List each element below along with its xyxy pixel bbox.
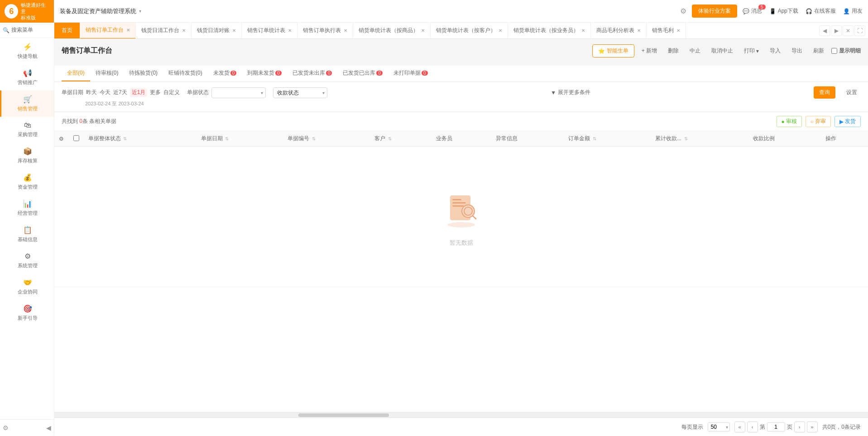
th-settings[interactable]: ⚙ [54,131,69,147]
tab-close-sales-workbench[interactable]: ✕ [126,28,130,33]
subtab-shipped-not-out[interactable]: 已发货未出库0 [287,66,338,81]
th-number[interactable]: 单据编号 ⇅ [283,131,370,147]
subtab-not-shipped[interactable]: 未发货0 [208,66,242,81]
first-page-btn[interactable]: « [734,422,745,432]
scroll-thumb[interactable] [298,413,389,417]
query-btn[interactable]: 查询 [814,86,835,99]
th-customer[interactable]: 客户 ⇅ [370,131,431,147]
sidebar-item-finance[interactable]: 💰 资金管理 [0,169,54,195]
smart-create-btn[interactable]: ⭐ 智能生单 [592,44,634,57]
tab-close-sales-stat-client[interactable]: ✕ [499,28,502,33]
sidebar-item-inventory[interactable]: 📦 库存核算 [0,142,54,169]
export-btn[interactable]: 导出 [788,45,806,57]
tab-sales-stat-client[interactable]: 销货单统计表（按客户） ✕ [431,23,508,39]
print-btn[interactable]: 打印 ▾ [740,45,762,57]
revoke-action-btn[interactable]: ○ 弃审 [806,116,831,127]
tab-close-all[interactable]: ✕ [843,25,854,36]
subtab-shipped-out[interactable]: 已发货已出库0 [337,66,388,81]
page-input[interactable] [767,422,785,431]
tab-fullscreen[interactable]: ⛶ [854,25,865,36]
last-page-btn[interactable]: » [807,422,818,432]
th-checkbox[interactable] [69,131,84,147]
tab-sales-stat-goods[interactable]: 销货单统计表（按商品） ✕ [353,23,431,39]
tab-scroll-left[interactable]: ◀ [819,25,830,36]
tab-sales-workbench[interactable]: 销售订单工作台 ✕ [80,23,136,39]
filter-row-1: 单据日期 昨天 今天 近7天 近1月 更多 自定义 单据状态 [62,86,861,99]
next-page-btn[interactable]: › [794,422,805,432]
tab-close-sales-profit[interactable]: ✕ [676,28,680,33]
import-btn[interactable]: 导入 [766,45,784,57]
date-opt-yesterday[interactable]: 昨天 [86,89,97,96]
status-select[interactable] [211,87,266,98]
tab-close-cash-clear[interactable]: ✕ [182,28,186,33]
delete-btn[interactable]: 删除 [664,45,682,57]
sidebar-item-operations[interactable]: 📊 经营管理 [0,195,54,221]
sidebar-item-coop[interactable]: 🤝 企业协同 [0,274,54,300]
tab-goods-profit[interactable]: 商品毛利分析表 ✕ [591,23,647,39]
tab-sales-profit[interactable]: 销售毛利 ✕ [647,23,686,39]
review-action-btn[interactable]: ● 审核 [777,116,802,127]
tab-close-goods-profit[interactable]: ✕ [637,28,641,33]
sidebar-item-marketing[interactable]: 📢 营销推广 [0,64,54,90]
tab-cash-clear[interactable]: 钱货日清工作台 ✕ [136,23,192,39]
user-menu-btn[interactable]: 👤 用友 [843,7,863,15]
tab-cash-goods[interactable]: 钱货日清对账 ✕ [192,23,242,39]
th-amount[interactable]: 订单金额 ⇅ [564,131,651,147]
refresh-btn[interactable]: 刷新 [810,45,828,57]
payment-select[interactable]: 收款状态 [273,87,327,98]
th-status[interactable]: 单据整体状态 ⇅ [84,131,197,147]
tab-close-sales-stat-staff[interactable]: ✕ [581,28,585,33]
sidebar-item-purchase[interactable]: 🛍 采购管理 [0,117,54,142]
tab-sales-exec[interactable]: 销售订单执行表 ✕ [297,23,353,39]
sidebar-item-quick-nav[interactable]: ⚡ 快捷导航 [0,38,54,64]
cancel-stop-btn[interactable]: 取消中止 [708,45,737,57]
app-download-btn[interactable]: 📱 App下载 [769,7,798,15]
filter-settings-btn[interactable]: 设置 [843,86,861,99]
tab-home[interactable]: 首页 [54,23,80,39]
date-opt-more[interactable]: 更多 [150,89,161,96]
subtab-pending-inspect[interactable]: 待拣验货(0) [124,66,163,81]
filter-bar: 单据日期 昨天 今天 近7天 近1月 更多 自定义 单据状态 [54,82,868,112]
date-opt-7days[interactable]: 近7天 [113,89,127,96]
tab-sales-stat1[interactable]: 销售订单统计表 ✕ [242,23,297,39]
sidebar-search[interactable]: 🔍 搜索菜单 [0,23,54,38]
logo-icon: 6 [5,4,18,19]
collapse-btn[interactable]: ◀ [46,424,51,431]
tab-close-sales-stat-goods[interactable]: ✕ [421,28,425,33]
message-btn[interactable]: 💬 消息 5 [743,7,762,15]
show-detail-checkbox[interactable]: 显示明细 [831,47,861,55]
ship-action-btn[interactable]: ▶ 发货 [834,116,861,127]
tab-scroll-right[interactable]: ▶ [831,25,842,36]
date-opt-1month[interactable]: 近1月 [130,88,148,97]
subtab-all[interactable]: 全部(0) [62,66,90,81]
date-opt-custom[interactable]: 自定义 [163,89,180,96]
subtab-expired-not-shipped[interactable]: 到期未发货0 [242,66,287,81]
page-size-select[interactable]: 50 10 20 100 [708,422,730,431]
new-btn[interactable]: + 新增 [638,45,661,57]
settings-btn[interactable]: ⚙ [3,424,9,431]
sidebar-item-sales[interactable]: 🛒 销售管理 [0,90,54,117]
tab-close-sales-exec[interactable]: ✕ [344,28,347,33]
tab-sales-stat-staff[interactable]: 销货单统计表（按业务员） ✕ [508,23,591,39]
stop-btn[interactable]: 中止 [686,45,704,57]
sidebar-item-base[interactable]: 📋 基础信息 [0,221,54,247]
subtab-not-printed[interactable]: 未打印单据0 [388,66,433,81]
prev-page-btn[interactable]: ‹ [747,422,758,432]
topbar-settings-icon[interactable]: ⚙ [680,7,686,15]
sort-number-icon: ⇅ [312,136,316,141]
online-service-btn[interactable]: 🎧 在线客服 [806,7,836,15]
th-date[interactable]: 单据日期 ⇅ [197,131,283,147]
detail-checkbox-input[interactable] [831,48,837,54]
horizontal-scroll[interactable] [54,412,868,417]
th-collected[interactable]: 累计收款... ⇅ [651,131,748,147]
tab-close-sales-stat1[interactable]: ✕ [288,28,292,33]
subtab-wangpu[interactable]: 旺铺待发货(0) [163,66,208,81]
sidebar-item-system[interactable]: ⚙ 系统管理 [0,247,54,274]
date-opt-today[interactable]: 今天 [100,89,110,96]
select-all-checkbox[interactable] [73,135,79,141]
tab-close-cash-goods[interactable]: ✕ [232,28,236,33]
industry-btn[interactable]: 体验行业方案 [692,5,737,18]
subtab-pending-review[interactable]: 待审核(0) [90,66,124,81]
sidebar-item-guide[interactable]: 🎯 新手引导 [0,300,54,326]
filter-expand-btn[interactable]: ▼ 展开更多条件 [551,89,590,96]
